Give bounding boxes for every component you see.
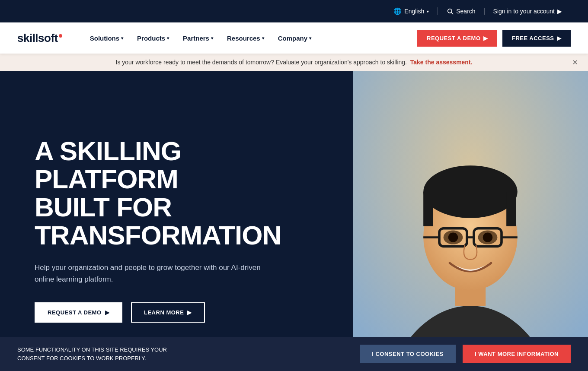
person-illustration — [353, 71, 588, 371]
products-chevron-icon: ▾ — [167, 36, 169, 41]
hero-image — [353, 71, 588, 371]
svg-rect-7 — [423, 192, 433, 226]
nav-items: Solutions ▾ Products ▾ Partners ▾ Resour… — [84, 31, 417, 45]
search-icon — [447, 8, 454, 15]
hero-section: A SKILLING PLATFORM BUILT FOR TRANSFORMA… — [0, 71, 588, 371]
language-label: English — [404, 8, 424, 15]
hero-title: A SKILLING PLATFORM BUILT FOR TRANSFORMA… — [35, 137, 327, 249]
logo[interactable]: skillsoft — [17, 32, 62, 45]
signin-label: Sign in to your account — [493, 8, 555, 15]
cookie-banner: SOME FUNCTIONALITY ON THIS SITE REQUIRES… — [0, 337, 588, 371]
logo-text: skillsoft — [17, 32, 62, 45]
request-demo-button[interactable]: REQUEST A DEMO ▶ — [417, 30, 497, 47]
svg-rect-8 — [506, 192, 516, 226]
hero-subtitle: Help your organization and people to gro… — [35, 262, 268, 285]
cookie-text: SOME FUNCTIONALITY ON THIS SITE REQUIRES… — [17, 346, 167, 362]
language-selector[interactable]: English ▾ — [385, 7, 438, 15]
partners-label: Partners — [183, 35, 209, 42]
free-play-icon: ▶ — [557, 35, 562, 41]
search-button[interactable]: Search — [438, 8, 484, 15]
resources-label: Resources — [227, 35, 260, 42]
hero-learn-button[interactable]: LEARN MORE ▶ — [131, 302, 205, 323]
hero-content: A SKILLING PLATFORM BUILT FOR TRANSFORMA… — [0, 71, 353, 371]
announcement-link[interactable]: Take the assessment. — [410, 59, 473, 66]
demo-play-icon: ▶ — [483, 35, 488, 41]
logo-dot — [59, 34, 62, 38]
resources-chevron-icon: ▾ — [262, 36, 264, 41]
solutions-label: Solutions — [90, 35, 119, 42]
free-label: FREE ACCESS — [512, 35, 554, 41]
free-access-button[interactable]: FREE ACCESS ▶ — [502, 30, 571, 47]
globe-icon — [393, 7, 402, 15]
svg-point-17 — [483, 232, 492, 242]
hero-demo-play-icon: ▶ — [105, 309, 110, 316]
announcement-close-button[interactable]: × — [572, 58, 578, 67]
nav-item-resources[interactable]: Resources ▾ — [221, 31, 270, 45]
more-info-button[interactable]: I WANT MORE INFORMATION — [463, 345, 571, 363]
announcement-text: Is your workforce ready to meet the dema… — [116, 59, 473, 66]
hero-demo-button[interactable]: REQUEST A DEMO ▶ — [35, 302, 122, 323]
nav-item-products[interactable]: Products ▾ — [131, 31, 175, 45]
company-label: Company — [278, 35, 307, 42]
hero-learn-play-icon: ▶ — [187, 309, 192, 316]
search-label: Search — [456, 8, 475, 15]
signin-button[interactable]: Sign in to your account ▶ — [485, 8, 571, 15]
svg-line-1 — [451, 13, 453, 14]
svg-point-6 — [423, 165, 518, 218]
top-bar: English ▾ Search Sign in to your account… — [0, 0, 588, 22]
demo-label: REQUEST A DEMO — [427, 35, 481, 41]
company-chevron-icon: ▾ — [309, 36, 311, 41]
solutions-chevron-icon: ▾ — [121, 36, 123, 41]
products-label: Products — [137, 35, 165, 42]
nav-item-company[interactable]: Company ▾ — [272, 31, 317, 45]
partners-chevron-icon: ▾ — [211, 36, 213, 41]
svg-point-16 — [448, 232, 458, 242]
nav-item-solutions[interactable]: Solutions ▾ — [84, 31, 129, 45]
cookie-buttons: I CONSENT TO COOKIES I WANT MORE INFORMA… — [360, 345, 571, 363]
consent-button[interactable]: I CONSENT TO COOKIES — [360, 345, 456, 363]
signin-arrow-icon: ▶ — [557, 8, 562, 15]
nav-ctas: REQUEST A DEMO ▶ FREE ACCESS ▶ — [417, 30, 571, 47]
hero-buttons: REQUEST A DEMO ▶ LEARN MORE ▶ — [35, 302, 327, 323]
nav-item-partners[interactable]: Partners ▾ — [177, 31, 219, 45]
main-nav: skillsoft Solutions ▾ Products ▾ Partner… — [0, 22, 588, 54]
announcement-bar: Is your workforce ready to meet the dema… — [0, 54, 588, 71]
lang-chevron-icon: ▾ — [427, 9, 429, 14]
